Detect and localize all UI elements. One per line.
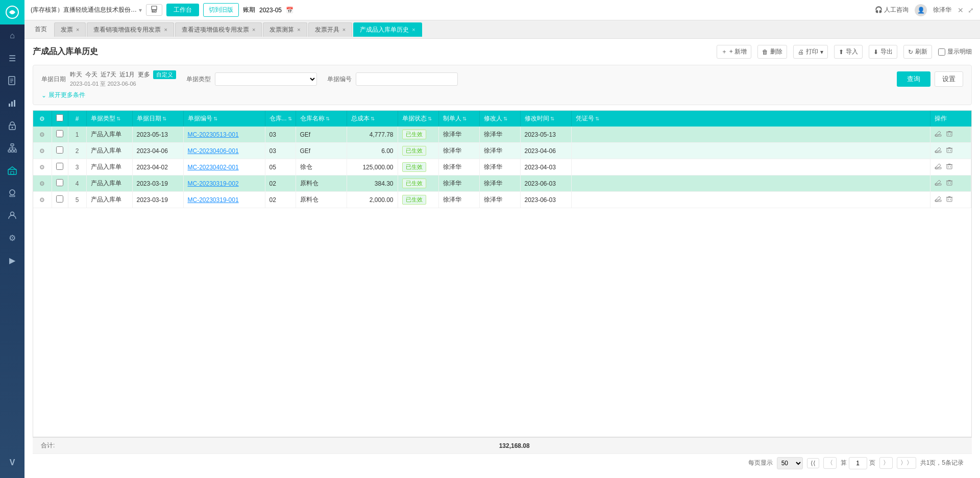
th-doc-no[interactable]: 单据编号⇅ — [183, 111, 265, 127]
doc-no-input[interactable] — [356, 72, 458, 86]
edit-icon[interactable] — [935, 130, 942, 139]
sidebar-item-doc[interactable] — [0, 69, 24, 92]
th-doc-status[interactable]: 单据状态⇅ — [398, 111, 438, 127]
tab-invoice-open[interactable]: 发票开具 × — [308, 22, 352, 37]
delete-row-icon[interactable] — [946, 179, 953, 188]
refresh-btn[interactable]: ↻ 刷新 — [903, 45, 932, 59]
row-checkbox[interactable] — [52, 143, 68, 159]
tab-product-inbound[interactable]: 产成品入库单历史 × — [353, 22, 422, 37]
sidebar-item-people[interactable] — [0, 204, 24, 227]
expand-more[interactable]: ⌄ 展开更多条件 — [41, 91, 963, 99]
th-doc-type[interactable]: 单据类型⇅ — [86, 111, 132, 127]
shortcut-1month[interactable]: 近1月 — [119, 70, 135, 79]
sidebar-item-video[interactable]: ▶ — [0, 249, 24, 271]
sidebar-item-home[interactable]: ⌂ — [0, 24, 24, 47]
delete-row-icon[interactable] — [946, 146, 953, 155]
row-settings[interactable]: ⚙ — [33, 159, 52, 175]
show-detail-checkbox[interactable] — [938, 48, 945, 56]
sidebar-item-more[interactable]: V — [0, 451, 24, 474]
th-warehouse-name[interactable]: 仓库名称⇅ — [296, 111, 347, 127]
row-settings[interactable]: ⚙ — [33, 127, 52, 143]
sidebar-item-stamp[interactable] — [0, 182, 24, 204]
company-selector[interactable]: (库存核算）直播轻统通信息技术股份… ▾ — [31, 6, 142, 14]
th-settings[interactable]: ⚙ — [33, 111, 52, 127]
tab-invoice[interactable]: 发票 × — [54, 22, 86, 37]
user-service[interactable]: 🎧 人工咨询 — [875, 6, 909, 14]
row-checkbox[interactable] — [52, 192, 68, 208]
sidebar-item-settings[interactable]: ⚙ — [0, 227, 24, 249]
th-warehouse-no[interactable]: 仓库...⇅ — [265, 111, 296, 127]
switch-old-btn[interactable]: 切到旧版 — [203, 3, 239, 17]
th-creator[interactable]: 制单人⇅ — [438, 111, 479, 127]
th-voucher-no[interactable]: 凭证号⇅ — [571, 111, 930, 127]
tab-invoice-calc[interactable]: 发票测算 × — [263, 22, 307, 37]
delete-row-icon[interactable] — [946, 195, 953, 204]
close-window-icon[interactable]: ✕ — [958, 6, 964, 14]
tab-check-sales-vat[interactable]: 查看销项增值税专用发票 × — [87, 22, 174, 37]
row-select-3[interactable] — [56, 179, 63, 186]
sidebar-item-warehouse[interactable] — [0, 159, 24, 182]
doc-type-select[interactable] — [215, 72, 317, 86]
shortcut-yesterday[interactable]: 昨天 — [70, 70, 82, 79]
tab-check-sales-vat-close[interactable]: × — [164, 27, 167, 33]
edit-icon[interactable] — [935, 179, 942, 188]
edit-icon[interactable] — [935, 146, 942, 155]
sidebar-item-lock[interactable] — [0, 114, 24, 137]
tab-invoice-open-close[interactable]: × — [342, 27, 346, 33]
print-btn[interactable]: 🖨 打印 ▾ — [793, 45, 828, 59]
last-page-btn[interactable]: 〉〉 — [897, 457, 916, 469]
tab-invoice-close[interactable]: × — [76, 27, 79, 33]
maximize-window-icon[interactable]: ⤢ — [968, 6, 974, 14]
row-doc-no[interactable]: MC-20230406-001 — [183, 143, 265, 159]
delete-btn[interactable]: 🗑 删除 — [757, 45, 787, 59]
edit-icon[interactable] — [935, 163, 942, 171]
tab-product-inbound-close[interactable]: × — [412, 27, 415, 33]
period-selector[interactable]: 账期 2023-05 📅 — [243, 6, 293, 14]
row-select-4[interactable] — [56, 195, 63, 203]
first-page-btn[interactable]: ⟨⟨ — [807, 458, 819, 468]
th-modify-time[interactable]: 修改时间⇅ — [520, 111, 571, 127]
row-doc-no[interactable]: MC-20230319-001 — [183, 192, 265, 208]
shortcut-7days[interactable]: 近7天 — [101, 70, 116, 79]
row-select-1[interactable] — [56, 146, 63, 154]
set-btn[interactable]: 设置 — [935, 71, 963, 87]
row-settings[interactable]: ⚙ — [33, 175, 52, 192]
row-settings[interactable]: ⚙ — [33, 143, 52, 159]
new-btn[interactable]: ＋ + 新增 — [717, 45, 751, 59]
tab-invoice-calc-close[interactable]: × — [297, 27, 300, 33]
next-page-btn[interactable]: 〉 — [879, 457, 893, 469]
th-total-cost[interactable]: 总成本⇅ — [347, 111, 398, 127]
import-btn[interactable]: ⬆ 导入 — [834, 45, 863, 59]
query-btn[interactable]: 查询 — [897, 71, 930, 87]
row-checkbox[interactable] — [52, 159, 68, 175]
th-check[interactable] — [52, 111, 68, 127]
row-doc-no[interactable]: MC-20230513-001 — [183, 127, 265, 143]
row-doc-no[interactable]: MC-20230402-001 — [183, 159, 265, 175]
delete-row-icon[interactable] — [946, 163, 953, 171]
row-select-0[interactable] — [56, 130, 63, 137]
tab-check-input-vat-close[interactable]: × — [252, 27, 255, 33]
per-page-select[interactable]: 50 100 200 — [777, 457, 803, 469]
shortcut-today[interactable]: 今天 — [85, 70, 97, 79]
row-checkbox[interactable] — [52, 127, 68, 143]
select-all-checkbox[interactable] — [56, 114, 63, 121]
tab-home[interactable]: 首页 — [29, 22, 53, 37]
prev-page-btn[interactable]: 〈 — [823, 457, 837, 469]
tab-check-input-vat[interactable]: 查看进项增值税专用发票 × — [175, 22, 262, 37]
doc-no-link[interactable]: MC-20230513-001 — [188, 131, 239, 138]
doc-print-btn[interactable] — [146, 4, 162, 16]
th-modifier[interactable]: 修改人⇅ — [479, 111, 520, 127]
delete-row-icon[interactable] — [946, 130, 953, 139]
th-doc-date[interactable]: 单据日期⇅ — [132, 111, 183, 127]
sidebar-item-chart[interactable] — [0, 92, 24, 114]
edit-icon[interactable] — [935, 195, 942, 204]
row-select-2[interactable] — [56, 163, 63, 170]
export-btn[interactable]: ⬇ 导出 — [869, 45, 897, 59]
doc-no-link[interactable]: MC-20230319-001 — [188, 196, 239, 204]
shortcut-more[interactable]: 更多 — [138, 70, 150, 79]
workbench-btn[interactable]: 工作台 — [166, 4, 199, 16]
row-checkbox[interactable] — [52, 175, 68, 192]
doc-no-link[interactable]: MC-20230402-001 — [188, 164, 239, 171]
sidebar-item-inbox[interactable]: ☰ — [0, 47, 24, 69]
doc-no-link[interactable]: MC-20230319-002 — [188, 180, 239, 187]
